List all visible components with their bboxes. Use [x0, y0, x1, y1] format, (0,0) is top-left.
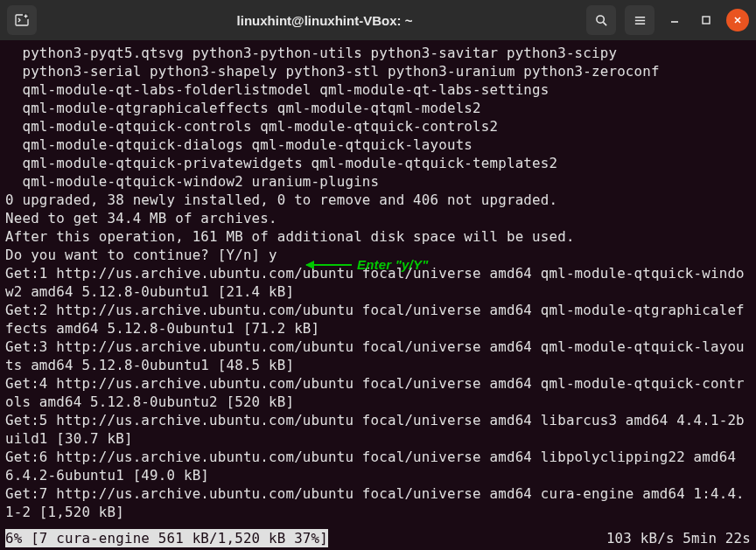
progress-percentage: 6% [7 cura-engine 561 kB/1,520 kB 37%] — [5, 529, 328, 547]
download-speed-eta: 103 kB/s 5min 22s — [606, 529, 751, 547]
minimize-icon — [669, 15, 680, 25]
svg-rect-3 — [703, 17, 710, 24]
close-icon — [732, 15, 743, 25]
window-title: linuxhint@linuxhint-VBox: ~ — [44, 13, 579, 28]
annotation-overlay: Enter "y/Y" — [306, 255, 428, 274]
new-tab-button[interactable] — [7, 5, 37, 35]
maximize-icon — [701, 15, 711, 25]
download-progress: Get:1 http://us.archive.ubuntu.com/ubunt… — [5, 265, 745, 520]
menu-button[interactable] — [625, 5, 654, 35]
maximize-button[interactable] — [695, 9, 718, 31]
search-icon — [595, 14, 608, 27]
search-button[interactable] — [586, 5, 616, 35]
upgrade-summary: 0 upgraded, 38 newly installed, 0 to rem… — [5, 191, 575, 245]
package-list: python3-pyqt5.qtsvg python3-python-utils… — [5, 45, 660, 190]
terminal-output[interactable]: python3-pyqt5.qtsvg python3-python-utils… — [0, 40, 756, 550]
svg-point-2 — [596, 15, 603, 22]
arrow-icon — [306, 264, 352, 266]
progress-status-line: 6% [7 cura-engine 561 kB/1,520 kB 37%] 1… — [5, 529, 751, 547]
continue-prompt: Do you want to continue? [Y/n] y — [5, 247, 277, 263]
hamburger-icon — [634, 14, 647, 27]
titlebar: linuxhint@linuxhint-VBox: ~ — [0, 0, 756, 40]
close-button[interactable] — [726, 9, 749, 31]
minimize-button[interactable] — [663, 9, 686, 31]
annotation-text: Enter "y/Y" — [357, 255, 428, 274]
terminal-icon — [15, 13, 29, 27]
